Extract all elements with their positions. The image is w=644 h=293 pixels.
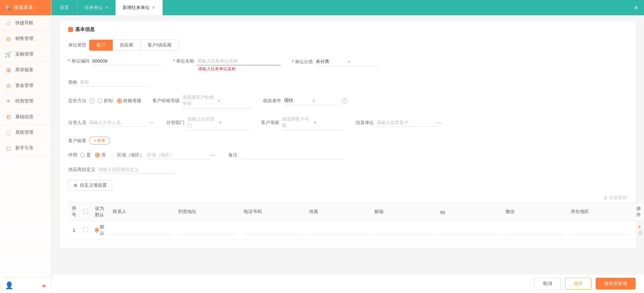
add-row-btn[interactable]: + <box>636 224 642 230</box>
unit-type-supplier-btn[interactable]: 供应商 <box>113 40 141 51</box>
batch-delete-label[interactable]: 批量删除 <box>609 195 627 201</box>
sidebar-item-sales-mgmt[interactable]: ◎ 销售管理 <box>0 31 51 47</box>
save-button[interactable]: 保存 <box>565 278 591 290</box>
sidebar-search[interactable]: 🔍 搜索菜单 <box>0 0 51 15</box>
phone-input[interactable] <box>244 226 302 234</box>
pricing-discount-radio[interactable]: 折扣 <box>97 98 113 104</box>
menu-icon: ≡ <box>5 98 12 105</box>
delete-row-btn[interactable]: 🗑 <box>636 230 644 236</box>
contact-input[interactable] <box>113 226 171 234</box>
tab-partner-list[interactable]: 往来单位 ✕ <box>78 0 116 15</box>
sidebar-item-finance[interactable]: ⊙ 资金管理 <box>0 78 51 93</box>
short-name-row: 简称 <box>68 78 627 87</box>
unit-type-row: 单位类型 客户 供应商 客户/供应商 <box>68 40 627 51</box>
sidebar-item-inventory[interactable]: ⊞ 库存核算 <box>0 62 51 78</box>
wechat-input[interactable] <box>505 226 564 234</box>
custom-settings-button[interactable]: ⚙ 自定义项设置 <box>68 180 112 190</box>
guide-icon: ◻ <box>5 145 12 152</box>
sidebar-item-purchase-mgmt[interactable]: 🛒 采购管理 <box>0 47 51 62</box>
col-wechat: 微信 <box>502 203 567 221</box>
manager-more-btn[interactable]: ··· <box>148 120 155 125</box>
customer-level-field: 客户等级 请选择客户等级 ▾ <box>261 115 345 130</box>
department-label: 分管部门 <box>166 120 184 126</box>
email-input[interactable] <box>375 226 433 234</box>
payment-help-icon[interactable]: ? <box>342 98 347 104</box>
pricing-help-icon[interactable]: ? <box>89 98 95 104</box>
unit-category-field: 单位分类 未分类 ▾ <box>292 57 378 66</box>
region-more-btn[interactable]: ··· <box>210 153 217 158</box>
customer-tag-field: 客户标签 + 标签 <box>68 137 110 145</box>
remark-field: 备注 <box>228 151 345 159</box>
payment-terms-select[interactable]: 现结 ▾ <box>284 96 340 105</box>
fax-input[interactable] <box>309 226 368 234</box>
disabled-no-radio[interactable]: 否 <box>95 152 106 158</box>
pricing-level-radio[interactable]: 价格等级 <box>117 98 141 104</box>
row-default-cell: 默认 <box>92 221 109 239</box>
header-checkbox[interactable] <box>83 209 88 214</box>
customer-tag-label: 客户标签 <box>68 138 86 144</box>
short-name-input[interactable] <box>80 78 150 87</box>
qq-input[interactable] <box>440 226 498 234</box>
row-contact <box>109 221 175 239</box>
tab-new-partner-close[interactable]: ✕ <box>152 5 155 10</box>
batch-delete-area: 🗑 批量删除 <box>68 195 627 201</box>
manager-input[interactable] <box>89 119 148 127</box>
region-input[interactable] <box>147 151 210 159</box>
sidebar-item-label: 资金管理 <box>15 82 33 89</box>
add-tag-button[interactable]: + 标签 <box>89 137 110 145</box>
row-qq <box>437 221 502 239</box>
sidebar-search-label: 搜索菜单 <box>14 5 33 11</box>
expand-icon[interactable]: ▶ <box>43 283 46 288</box>
bag-icon: 🛒 <box>5 51 12 58</box>
customer-level-select[interactable]: 请选择客户等级 ▾ <box>282 115 345 130</box>
section-title-text: 基本信息 <box>75 26 95 33</box>
row-checkbox[interactable] <box>83 227 88 232</box>
no-radio-circle <box>95 153 100 157</box>
unit-type-customer-btn[interactable]: 客户 <box>89 40 113 51</box>
unit-code-field: 单位编码 <box>68 57 162 65</box>
short-name-field: 简称 <box>68 78 150 87</box>
tab-home[interactable]: 首页 <box>52 0 78 15</box>
save-new-button[interactable]: 保存并新增 <box>596 278 636 290</box>
unit-type-both-btn[interactable]: 客户/供应商 <box>141 40 179 51</box>
disabled-region-row: 停用 是 否 区域（地区） ··· <box>68 151 627 159</box>
avatar-icon: 👤 <box>5 281 14 290</box>
settlement-unit-input[interactable] <box>377 119 435 127</box>
info-icon: ⊟ <box>5 113 12 120</box>
unit-name-input[interactable] <box>197 57 281 65</box>
row-default-radio[interactable]: 默认 <box>95 224 106 236</box>
col-fax: 传真 <box>306 203 371 221</box>
pricing-method-field: 定价方法 ? 折扣 价格等级 <box>68 98 141 104</box>
sidebar-item-guide[interactable]: ◻ 新手引导 <box>0 140 51 156</box>
settlement-unit-field: 结算单位 ··· <box>356 119 443 127</box>
row-location <box>567 221 633 239</box>
unit-name-label: 单位名称 <box>173 58 194 64</box>
sidebar-item-operations[interactable]: ≡ 经营管理 <box>0 93 51 109</box>
remark-label: 备注 <box>228 152 237 158</box>
disabled-yes-radio[interactable]: 是 <box>80 152 91 158</box>
tab-new-partner[interactable]: 新增往来单位 ✕ <box>116 0 163 15</box>
table-header-row: 序号 设为默认 联系人 到货地址 电话号码 传真 邮箱 qq 微信 所在地区 操… <box>68 203 644 221</box>
settlement-more-btn[interactable]: ··· <box>435 120 443 125</box>
basic-info-card: 基本信息 单位类型 客户 供应商 客户/供应商 单位编码 <box>60 21 636 248</box>
sidebar-item-quick-nav[interactable]: ⌂ 快捷导航 <box>0 15 51 31</box>
manager-label: 分管人员 <box>68 120 86 126</box>
window-close-button[interactable]: ✕ <box>628 5 644 11</box>
custom-settings-row: ⚙ 自定义项设置 <box>68 180 627 190</box>
department-select[interactable]: 请输入分管部门 ▾ <box>187 115 250 130</box>
tab-partner-list-close[interactable]: ✕ <box>105 5 108 10</box>
remark-input[interactable] <box>240 151 345 159</box>
sidebar-item-system-mgmt[interactable]: ◌ 系统管理 <box>0 125 51 140</box>
short-name-label: 简称 <box>68 79 77 86</box>
customer-price-level-select[interactable]: 请选择客户价格等级 ▾ <box>182 93 252 108</box>
sidebar-item-basic-info[interactable]: ⊟ 基础信息 <box>0 109 51 125</box>
location-input[interactable] <box>571 226 629 234</box>
unit-code-input[interactable] <box>92 57 162 65</box>
address-input[interactable] <box>178 226 237 234</box>
section-title-basic-info: 基本信息 <box>68 26 627 33</box>
supplier-custom-input[interactable] <box>98 165 175 174</box>
sidebar-bottom: 👤 ▶ <box>0 277 51 293</box>
cancel-button[interactable]: 取消 <box>534 278 561 290</box>
unit-category-select[interactable]: 未分类 ▾ <box>316 57 378 66</box>
sidebar-item-label: 新手引导 <box>15 145 33 151</box>
